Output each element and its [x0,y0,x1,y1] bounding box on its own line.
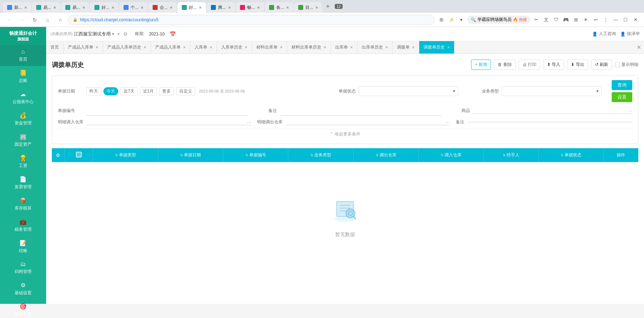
sort-doc-status[interactable]: ⇅ 单据状态 [541,152,600,158]
tab-panel-close-icon[interactable]: ✕ [634,44,644,51]
date-btn-more[interactable]: 更多 [159,87,174,95]
back-button[interactable]: ← [4,15,14,25]
browser-tab-6[interactable]: 企... ✕ [148,2,177,13]
page-tab-11[interactable]: 调拨单历史 ✕ [419,41,454,54]
date-btn-custom[interactable]: 自定义 [176,87,195,95]
show-cols-toggle[interactable]: 显示明细 [615,62,638,68]
new-tab-button[interactable]: + [323,3,333,10]
shield-icon[interactable]: 🛡 [552,16,560,24]
sidebar-item-funds[interactable]: 💰 资金管理 [0,108,46,130]
show-cols-checkbox[interactable] [615,62,620,67]
company-dropdown-icon[interactable]: ▾ [112,32,114,36]
tab-x-8[interactable]: ✕ [350,45,353,49]
customer-service-btn[interactable]: 👤 人工咨询 [592,31,616,37]
tab-x-9[interactable]: ✕ [385,45,388,49]
tab-close-4[interactable]: ✕ [111,6,114,10]
th-doc-type[interactable]: ⇅ 单据类型 [93,148,158,162]
th-out-warehouse[interactable]: ⇅ 调出仓库 [353,148,418,162]
add-company-icon[interactable]: + [117,31,120,37]
select-all-checkbox[interactable] [76,152,82,157]
tab-x-7[interactable]: ✕ [323,45,326,49]
page-tab-7[interactable]: 材料出库单历史 ✕ [287,41,331,54]
sidebar-item-close[interactable]: 📝 结账 [0,236,46,257]
sidebar-item-guide[interactable]: 🎯 新手引导 [0,300,46,318]
th-checkbox[interactable] [65,148,93,162]
menu-dropdown-icon[interactable]: ▾ [457,16,466,24]
out-warehouse-picker-icon[interactable]: ··· [446,119,451,125]
tab-x-11[interactable]: ✕ [447,45,450,49]
tab-close-6[interactable]: ✕ [170,6,173,10]
address-bar[interactable]: 🔒 https://cloud.chanjet.com/accounting/u… [68,15,435,25]
sidebar-item-salary[interactable]: 👷 工资 [0,151,46,172]
new-button[interactable]: + 新增 [471,60,491,70]
sidebar-item-reports[interactable]: ☁ 云报表中心 [0,87,46,108]
browser-tab-3[interactable]: 易... ✕ [61,2,89,13]
page-tab-4[interactable]: 入库单 ✕ [190,41,217,54]
tab-x-4[interactable]: ✕ [209,45,212,49]
sun-icon[interactable]: ☀ [582,16,590,24]
out-warehouse-input[interactable]: ··· [285,119,451,125]
collapse-bar[interactable]: ⌃ 收起更多条件 [58,129,632,139]
undo-icon[interactable]: ↩ [591,16,600,24]
page-tab-6[interactable]: 材料出库单 ✕ [252,41,287,54]
browser-tab-4[interactable]: 好... ✕ [90,2,119,13]
date-btn-yesterday[interactable]: 昨天 [86,87,101,95]
home-button[interactable]: ⌂ [43,15,53,25]
page-tab-9[interactable]: 出库单历史 ✕ [358,41,393,54]
tab-close-8[interactable]: ✕ [228,6,231,10]
tab-x-3[interactable]: ✕ [183,45,186,49]
sort-doc-date[interactable]: ⇅ 单据日期 [161,152,220,158]
settings-company-icon[interactable]: ⚙ [123,31,128,37]
sort-in-warehouse[interactable]: ⇅ 调入仓库 [421,152,480,158]
browser-tab-1[interactable]: 新... ✕ [3,2,31,13]
tab-x-1[interactable]: ✕ [95,45,98,49]
import-button[interactable]: ⬆ 导入 [543,60,564,70]
page-tab-1[interactable]: 产成品入库单 ✕ [64,41,103,54]
delete-button[interactable]: 🗑 删除 [494,60,515,70]
browser-tab-10[interactable]: 各... ✕ [265,2,293,13]
tab-close-5[interactable]: ✕ [141,6,143,10]
company-selector[interactable]: (勿删勿禁用) 江西服宝测试专用 ▾ + ⚙ [50,31,128,37]
tab-close-9[interactable]: ✕ [257,6,260,10]
tab-close-2[interactable]: ✕ [53,6,56,10]
th-doc-no[interactable]: ⇅ 单据编号 [223,148,288,162]
biz-type-select[interactable]: ▾ [502,86,602,96]
th-doc-status[interactable]: ⇅ 单据状态 [539,148,604,162]
browser-tab-5[interactable]: 个... ✕ [119,2,148,13]
sidebar-item-invoice[interactable]: 📄 发票管理 [0,172,46,194]
browser-menu-icon[interactable]: ⋮ [601,16,610,24]
sidebar-item-inventory[interactable]: 📦 库存核算 [0,194,46,215]
gamepad-icon[interactable]: 🎮 [562,16,570,24]
calendar-icon[interactable]: 📅 [170,31,176,37]
in-warehouse-input[interactable]: ··· [86,119,251,125]
browser-tab-2[interactable]: 易... ✕ [32,2,60,13]
lightning-icon[interactable]: ⚡ [447,16,456,24]
refresh-btn[interactable]: ↺ 刷新 [591,60,612,70]
forward-button[interactable]: → [17,15,27,25]
sort-doc-no[interactable]: ⇅ 单据编号 [226,152,285,158]
th-in-warehouse[interactable]: ⇅ 调入仓库 [419,148,484,162]
refresh-button[interactable]: ↻ [30,15,40,25]
page-tab-2[interactable]: 产成品入库单历史 ✕ [103,41,151,54]
user-avatar[interactable]: 👤 徐泽华 [620,31,640,37]
translate-icon[interactable]: 文 [542,16,550,24]
tab-close-1[interactable]: ✕ [24,6,27,10]
close-browser-icon[interactable]: ✕ [631,16,640,24]
tab-close-7[interactable]: ✕ [199,6,202,10]
tab-x-6[interactable]: ✕ [280,45,283,49]
th-settings[interactable]: ⚙ [52,148,65,162]
grid-icon[interactable]: ⊞ [572,16,580,24]
page-tab-3[interactable]: 产成品入库单 ✕ [151,41,190,54]
search-bar[interactable]: 🔍 学霸应聘场驱鸟员 🔥 热搜 [467,16,530,24]
doc-no-input[interactable] [86,106,249,116]
date-btn-1month[interactable]: 近1月 [140,87,157,95]
sort-biz-type[interactable]: ⇅ 业务类型 [291,152,350,158]
date-btn-today[interactable]: 今天 [103,87,118,95]
goods-picker-icon[interactable]: ··· [628,108,632,113]
date-btn-7days[interactable]: 近7天 [120,87,138,95]
sidebar-item-ledger[interactable]: 📒 总账 [0,66,46,87]
browser-tab-9[interactable]: 畅... ✕ [236,2,264,13]
browser-tab-8[interactable]: 腾... ✕ [207,2,235,13]
sidebar-item-assets[interactable]: 🏢 固定资产 [0,130,46,151]
page-tab-5[interactable]: 入库单历史 ✕ [217,41,252,54]
